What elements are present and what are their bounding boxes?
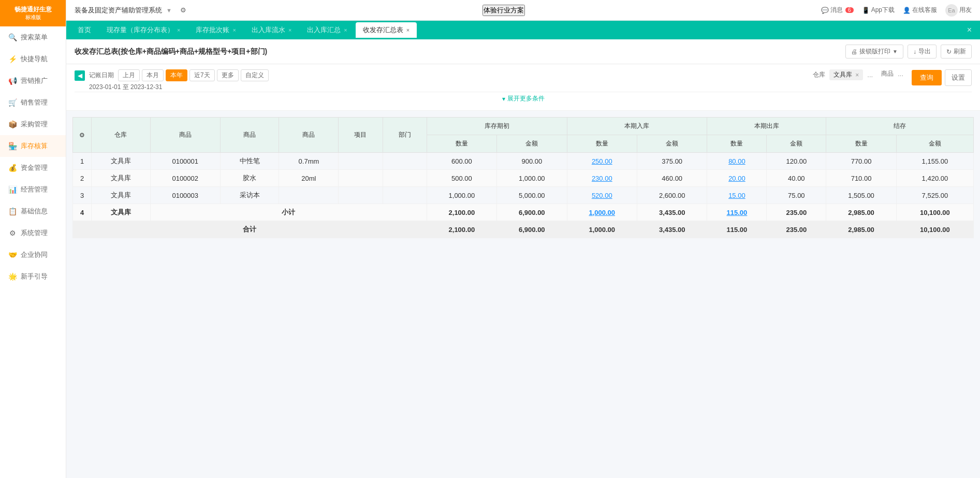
- warehouse-ellipsis[interactable]: ...: [867, 71, 873, 79]
- warehouse-tag[interactable]: 文具库 ×: [829, 69, 863, 80]
- goods-filter-group: 商品 ...: [881, 69, 903, 78]
- sidebar-label-inventory: 库存核算: [21, 141, 48, 151]
- tab-close-recv_send_summary[interactable]: ×: [406, 27, 409, 33]
- row-out-qty[interactable]: 20.00: [707, 170, 767, 187]
- row-in-qty[interactable]: 250.00: [567, 153, 637, 170]
- dropdown-icon: ▼: [166, 7, 172, 13]
- warehouse-tag-close[interactable]: ×: [855, 71, 859, 79]
- row-closing-amt: 1,155.00: [896, 153, 973, 170]
- sidebar-icon-search: 🔍: [8, 33, 17, 41]
- sidebar: 畅捷通好生意 标准版 🔍搜索菜单⚡快捷导航📢营销推广🛒销售管理📦采购管理🏪库存核…: [0, 0, 66, 478]
- subtotal-opening-amt: 6,900.00: [497, 204, 567, 221]
- date-btn-custom[interactable]: 自定义: [241, 69, 269, 81]
- tab-close-batch[interactable]: ×: [232, 27, 236, 33]
- th-settings[interactable]: ⚙: [73, 118, 92, 153]
- date-buttons: 上月 本月 本年 近7天 更多 自定义: [118, 69, 269, 81]
- total-opening-amt: 6,900.00: [497, 221, 567, 238]
- row-department: [383, 170, 427, 187]
- date-btn-this-month[interactable]: 本月: [142, 69, 164, 81]
- row-project: [339, 153, 383, 170]
- sidebar-item-enterprise[interactable]: 🤝企业协同: [0, 244, 66, 266]
- sidebar-icon-basic_info: 📋: [8, 207, 17, 215]
- tabbar-close-btn[interactable]: ×: [963, 25, 976, 35]
- topbar-left: 装备及固定资产辅助管理系统 ▼ ⚙: [75, 6, 186, 15]
- subtotal-out-qty[interactable]: 115.00: [707, 204, 767, 221]
- sidebar-item-inventory[interactable]: 🏪库存核算: [0, 135, 66, 157]
- sidebar-item-newcomer[interactable]: 🌟新手引导: [0, 266, 66, 287]
- tab-close-inventory_dist[interactable]: ×: [177, 27, 180, 33]
- message-icon: 💬: [821, 7, 829, 14]
- row-no: 2: [73, 170, 92, 187]
- subtotal-closing-amt: 10,100.00: [896, 204, 973, 221]
- sidebar-item-basic_info[interactable]: 📋基础信息: [0, 200, 66, 222]
- print-button[interactable]: 🖨 拔锁版打印 ▼: [845, 45, 903, 59]
- th-in-qty: 数量: [567, 135, 637, 153]
- tab-inventory_dist[interactable]: 现存量（库存分布表）×: [99, 22, 187, 38]
- expand-more-button[interactable]: ▾ 展开更多条件: [502, 94, 545, 103]
- user-area[interactable]: Ea 用友: [945, 4, 972, 17]
- expand-left-arrow[interactable]: ◀: [75, 70, 85, 81]
- tab-close-inout_flow[interactable]: ×: [288, 27, 291, 33]
- row-in-qty[interactable]: 230.00: [567, 170, 637, 187]
- top-bar: 装备及固定资产辅助管理系统 ▼ ⚙ 体验行业方案 💬 消息 6 📱 App下载 …: [66, 0, 980, 21]
- trial-button[interactable]: 体验行业方案: [482, 5, 525, 16]
- row-no: 3: [73, 187, 92, 204]
- date-btn-last-month[interactable]: 上月: [118, 69, 140, 81]
- sidebar-icon-sales: 🛒: [8, 98, 17, 107]
- sidebar-item-quick_nav[interactable]: ⚡快捷导航: [0, 48, 66, 70]
- total-row: 合计 2,100.00 6,900.00 1,000.00 3,435.00 1…: [73, 221, 974, 238]
- app-download-area[interactable]: 📱 App下载: [862, 6, 895, 15]
- app-logo: 畅捷通好生意 标准版: [0, 0, 66, 26]
- row-out-qty[interactable]: 80.00: [707, 153, 767, 170]
- tab-recv_send_summary[interactable]: 收发存汇总表×: [356, 22, 417, 38]
- row-closing-qty: 710.00: [826, 170, 896, 187]
- message-icon-area[interactable]: 💬 消息 6: [821, 6, 854, 15]
- row-goods-spec: [279, 187, 339, 204]
- refresh-button[interactable]: ↻ 刷新: [941, 45, 972, 59]
- subtotal-in-qty[interactable]: 1,000.00: [567, 204, 637, 221]
- th-in-amt: 金额: [637, 135, 707, 153]
- sidebar-item-marketing[interactable]: 📢营销推广: [0, 70, 66, 92]
- sidebar-item-search[interactable]: 🔍搜索菜单: [0, 26, 66, 48]
- online-service-area[interactable]: 👤 在线客服: [903, 6, 937, 15]
- sidebar-icon-operations: 📊: [8, 185, 17, 194]
- row-opening-qty: 1,000.00: [427, 187, 496, 204]
- row-out-qty[interactable]: 15.00: [707, 187, 767, 204]
- sidebar-item-purchase[interactable]: 📦采购管理: [0, 113, 66, 135]
- sidebar-item-operations[interactable]: 📊经营管理: [0, 179, 66, 200]
- query-button[interactable]: 查询: [912, 70, 942, 85]
- column-settings-icon[interactable]: ⚙: [79, 132, 85, 139]
- tab-home[interactable]: 首页: [70, 22, 98, 38]
- subtotal-label: 小计: [150, 204, 427, 221]
- export-button[interactable]: ↓ 导出: [908, 45, 937, 59]
- date-btn-this-year[interactable]: 本年: [166, 69, 187, 81]
- row-opening-amt: 5,000.00: [497, 187, 567, 204]
- tab-inout_flow[interactable]: 出入库流水×: [244, 22, 299, 38]
- row-closing-qty: 1,505.00: [826, 187, 896, 204]
- goods-ellipsis[interactable]: ...: [898, 70, 903, 78]
- warehouse-label: 仓库: [813, 70, 825, 79]
- tab-batch[interactable]: 库存批次账×: [188, 22, 243, 38]
- sidebar-label-basic_info: 基础信息: [21, 207, 48, 216]
- filter-action-buttons: 查询 设置: [912, 69, 972, 86]
- date-btn-7days[interactable]: 近7天: [189, 69, 215, 81]
- th-opening-group: 库存期初: [427, 118, 567, 135]
- row-in-qty[interactable]: 520.00: [567, 187, 637, 204]
- tab-inout_summary[interactable]: 出入库汇总×: [300, 22, 354, 38]
- total-closing-amt: 10,100.00: [896, 221, 973, 238]
- settings-icon[interactable]: ⚙: [180, 6, 186, 14]
- tab-close-inout_summary[interactable]: ×: [344, 27, 347, 33]
- row-goods-name: 中性笔: [220, 153, 279, 170]
- sidebar-icon-inventory: 🏪: [8, 142, 17, 150]
- settings-button[interactable]: 设置: [945, 69, 972, 86]
- sidebar-item-system[interactable]: ⚙系统管理: [0, 222, 66, 244]
- sidebar-item-sales[interactable]: 🛒销售管理: [0, 92, 66, 113]
- expand-icon: ▾: [502, 95, 505, 103]
- row-out-amt: 40.00: [767, 170, 826, 187]
- date-btn-more[interactable]: 更多: [217, 69, 239, 81]
- row-opening-qty: 600.00: [427, 153, 496, 170]
- sidebar-item-finance[interactable]: 💰资金管理: [0, 157, 66, 179]
- print-dropdown-icon: ▼: [893, 49, 898, 54]
- message-badge: 6: [845, 7, 854, 13]
- subtotal-closing-qty: 2,985.00: [826, 204, 896, 221]
